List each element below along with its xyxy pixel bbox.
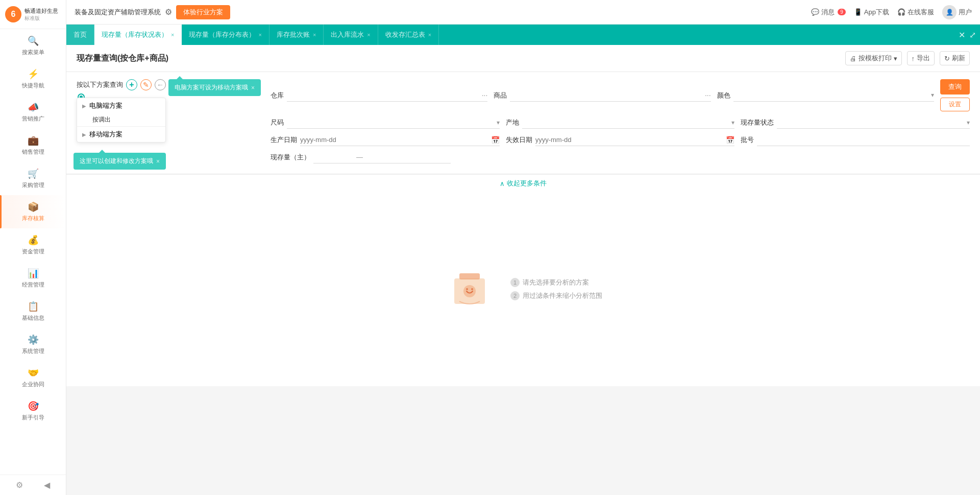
size-input[interactable]: [287, 116, 497, 128]
purchase-icon: 🛒: [28, 168, 39, 179]
desktop-scheme-section[interactable]: ▶ 电脑端方案: [77, 98, 165, 113]
sidebar-item-marketing[interactable]: 📣 营销推广: [0, 96, 66, 129]
header-right: 💬 消息 9 📱 App下载 🎧 在线客服 👤 用户: [811, 5, 972, 19]
filter-col-size: 尺码 ▾: [271, 116, 500, 129]
message-btn[interactable]: 💬 消息 9: [811, 8, 846, 17]
logo-text: 畅通道好生意 标准版: [24, 7, 58, 21]
tooltip-scheme: 电脑方案可设为移动方案哦 ×: [168, 79, 261, 96]
filter-col-batch-no: 批号: [741, 134, 970, 146]
operations-icon: 📊: [28, 268, 39, 279]
query-btn[interactable]: 查询: [940, 79, 970, 95]
sidebar-bottom: ⚙ ◀: [0, 475, 66, 495]
sidebar-item-basic-info[interactable]: 📋 基础信息: [0, 295, 66, 328]
goods-input-wrap: ···: [510, 89, 710, 102]
tab-close-inout-flow[interactable]: ×: [367, 32, 370, 38]
tab-inventory-dist[interactable]: 现存量（库存分布表） ×: [182, 25, 269, 45]
stock-qty-min-input[interactable]: [313, 151, 354, 163]
settings-bottom-icon[interactable]: ⚙: [16, 480, 23, 490]
origin-dropdown-icon[interactable]: ▾: [731, 119, 734, 126]
export-icon: ↑: [912, 55, 915, 62]
tab-batch-ledger[interactable]: 库存批次账 ×: [270, 25, 324, 45]
page-content: 现存量查询(按仓库+商品) 🖨 按模板打印 ▾ ↑ 导出 ↻ 刷新: [66, 45, 980, 495]
settings-icon[interactable]: ⚙: [165, 7, 172, 17]
print-btn[interactable]: 🖨 按模板打印 ▾: [845, 51, 902, 65]
size-dropdown-icon[interactable]: ▾: [497, 119, 500, 126]
stock-status-dropdown-icon[interactable]: ▾: [967, 119, 970, 126]
collapse-sidebar-icon[interactable]: ◀: [44, 480, 50, 490]
export-btn[interactable]: ↑ 导出: [907, 51, 935, 65]
mobile-scheme-section[interactable]: ▶ 移动端方案: [77, 126, 165, 142]
system-icon: ⚙️: [28, 334, 39, 345]
user-btn[interactable]: 👤 用户: [942, 5, 972, 19]
fullscreen-icon[interactable]: ⤢: [969, 30, 976, 40]
reset-btn[interactable]: 设置: [940, 98, 970, 111]
tooltip1-close[interactable]: ×: [251, 84, 255, 91]
print-dropdown-icon: ▾: [894, 55, 897, 62]
filter-row-4: 现存量（主） —: [271, 151, 970, 163]
app-download-btn[interactable]: 📱 App下载: [854, 8, 889, 17]
stock-qty-max-input[interactable]: [365, 151, 451, 163]
tab-close-inventory-dist[interactable]: ×: [258, 32, 261, 38]
sidebar-item-operations[interactable]: 📊 经营管理: [0, 262, 66, 295]
tab-home[interactable]: 首页: [66, 25, 94, 45]
produce-date-input[interactable]: [300, 134, 491, 146]
industry-btn[interactable]: 体验行业方案: [176, 5, 230, 19]
system-title: 装备及固定资产辅助管理系统: [75, 8, 161, 17]
stock-status-input[interactable]: [777, 116, 967, 128]
sidebar-item-system[interactable]: ⚙️ 系统管理: [0, 328, 66, 361]
sidebar-item-search-menu[interactable]: 🔍 搜索菜单: [0, 29, 66, 62]
edit-scheme-btn[interactable]: ✎: [140, 79, 152, 90]
tab-close-receive-summary[interactable]: ×: [428, 32, 431, 38]
sidebar-item-finance[interactable]: 💰 资金管理: [0, 228, 66, 262]
tab-inventory-status[interactable]: 现存量（库存状况表） ×: [94, 25, 182, 45]
origin-input[interactable]: [522, 116, 732, 128]
quick-nav-icon: ⚡: [28, 68, 39, 80]
filter-col-goods: 商品 ···: [494, 89, 710, 102]
sidebar-item-guide[interactable]: 🎯 新手引导: [0, 394, 66, 428]
filter-area: 按以下方案查询 + ✎ ← ▶ 电脑端方案: [66, 72, 980, 174]
sales-icon: 💼: [28, 135, 39, 146]
tab-receive-summary[interactable]: 收发存汇总表 ×: [378, 25, 439, 45]
page-actions: 🖨 按模板打印 ▾ ↑ 导出 ↻ 刷新: [845, 51, 970, 72]
refresh-btn[interactable]: ↻ 刷新: [940, 51, 970, 65]
filter-col-warehouse: 仓库 ···: [271, 89, 487, 102]
online-support-btn[interactable]: 🎧 在线客服: [897, 8, 934, 17]
close-all-tabs-icon[interactable]: ✕: [959, 30, 965, 40]
scheme-item-export[interactable]: 按调出: [77, 113, 165, 126]
tooltip2-close[interactable]: ×: [156, 158, 160, 165]
tab-inout-flow[interactable]: 出入库流水 ×: [324, 25, 378, 45]
origin-select-wrap: ▾: [522, 116, 735, 129]
collapse-row[interactable]: ∧ 收起更多条件: [66, 174, 980, 192]
filter-col-produce-date: 生产日期 📅: [271, 134, 500, 146]
batch-no-input[interactable]: [757, 134, 970, 146]
sidebar-item-purchase[interactable]: 🛒 采购管理: [0, 162, 66, 195]
tooltip-create-scheme: 这里可以创建和修改方案哦 ×: [74, 153, 166, 170]
color-dropdown-icon[interactable]: ▾: [931, 91, 934, 99]
stock-qty-separator: —: [354, 153, 365, 161]
expire-date-input[interactable]: [535, 134, 726, 146]
warehouse-more-icon[interactable]: ···: [482, 91, 488, 99]
collapse-up-icon: ∧: [500, 180, 505, 187]
tab-close-inventory-status[interactable]: ×: [171, 32, 174, 38]
sidebar-item-quick-nav[interactable]: ⚡ 快捷导航: [0, 62, 66, 96]
message-badge: 9: [838, 9, 846, 15]
avatar: 👤: [942, 5, 957, 19]
expire-date-calendar-icon[interactable]: 📅: [726, 136, 734, 144]
sidebar-item-inventory[interactable]: 📦 库存核算: [0, 195, 66, 228]
svg-point-3: [466, 288, 468, 290]
color-input[interactable]: [733, 89, 931, 101]
svg-point-2: [463, 285, 476, 297]
page-title: 现存量查询(按仓库+商品): [77, 53, 168, 70]
goods-input[interactable]: [510, 89, 705, 101]
warehouse-input[interactable]: [287, 89, 482, 101]
size-select-wrap: ▾: [287, 116, 500, 129]
back-scheme-btn[interactable]: ←: [155, 79, 166, 90]
sidebar-item-cooperation[interactable]: 🤝 企业协同: [0, 361, 66, 394]
tab-close-batch-ledger[interactable]: ×: [313, 32, 316, 38]
desktop-scheme-label: 电脑端方案: [89, 101, 122, 110]
produce-date-calendar-icon[interactable]: 📅: [491, 136, 500, 144]
main-content: 装备及固定资产辅助管理系统 ⚙ 体验行业方案 💬 消息 9 📱 App下载 🎧 …: [66, 0, 980, 495]
goods-more-icon[interactable]: ···: [705, 91, 711, 99]
sidebar-item-sales[interactable]: 💼 销售管理: [0, 129, 66, 162]
add-scheme-btn[interactable]: +: [126, 79, 137, 90]
